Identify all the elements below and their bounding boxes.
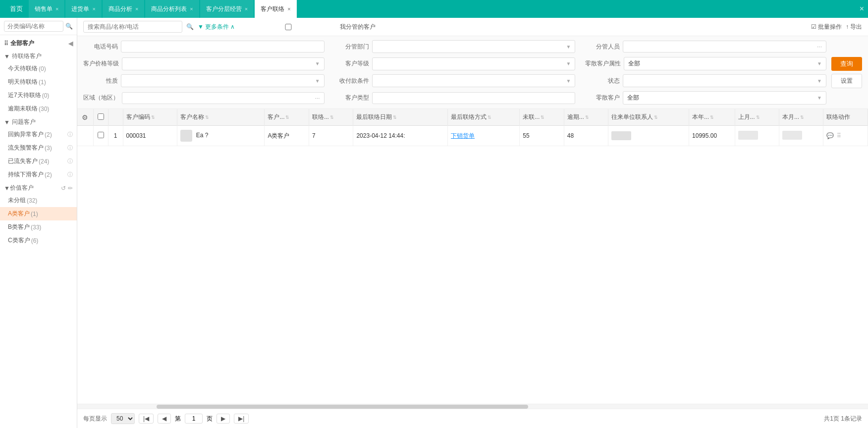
sort-icon-last-method[interactable]: ⇅ (488, 115, 491, 120)
first-page-btn[interactable]: |◀ (139, 414, 154, 424)
nav-tab-customer-contact[interactable]: 客户联络 × (255, 0, 296, 18)
sidebar-item-churn-warning[interactable]: 流失预警客户 (3) ⓘ (0, 141, 77, 155)
sidebar-item-unclassified[interactable]: 未分组 (32) (0, 194, 77, 207)
sidebar-search-input[interactable] (4, 21, 63, 32)
dept-select[interactable]: ▼ (372, 40, 576, 53)
top-nav: 首页 销售单 × 进货单 × 商品分析 × 商品分析列表 × 客户分层经营 × … (0, 0, 868, 18)
th-code: 客户编码 ⇅ (123, 109, 177, 126)
scatter-attr-select[interactable]: 全部 ▼ (624, 57, 826, 70)
sort-icon-unit-contacts[interactable]: ⇅ (654, 115, 658, 120)
nav-home[interactable]: 首页 (4, 0, 29, 18)
info-icon-3: ⓘ (67, 158, 73, 165)
customer-level-caret: ▼ (566, 61, 571, 66)
horizontal-scrollbar[interactable] (77, 404, 868, 409)
close-sales-tab[interactable]: × (55, 6, 58, 12)
search-filter-icon[interactable]: 🔍 (186, 23, 194, 30)
qr-icon[interactable]: ⠿ (837, 132, 841, 139)
nav-tab-sales[interactable]: 销售单 × (29, 0, 64, 18)
sidebar-item-churned[interactable]: 已流失客户 (24) ⓘ (0, 155, 77, 168)
close-contact-tab[interactable]: × (287, 6, 290, 12)
sort-icon-contacts[interactable]: ⇅ (330, 115, 334, 120)
close-analysis-list-tab[interactable]: × (190, 6, 193, 12)
pending-arrow: ▼ (4, 53, 10, 60)
close-analysis-tab[interactable]: × (135, 6, 138, 12)
total-records-label: 共1页 1条记录 (824, 415, 862, 423)
sort-icon-uncontacted[interactable]: ⇅ (541, 115, 544, 120)
page-number-input[interactable]: 1 (185, 414, 203, 424)
th-checkbox (93, 109, 108, 126)
sort-icon-overdue[interactable]: ⇅ (585, 115, 589, 120)
nav-tab-customer-segment[interactable]: 客户分层经营 × (200, 0, 254, 18)
td-index: 1 (108, 126, 123, 146)
sidebar-item-b-class[interactable]: B类客户 (33) (0, 220, 77, 234)
th-category: 客户... ⇅ (265, 109, 309, 126)
close-purchase-tab[interactable]: × (92, 6, 95, 12)
status-select[interactable]: ▼ (623, 74, 826, 87)
dept-label: 分管部门 (334, 43, 369, 51)
th-contacts: 联络... ⇅ (309, 109, 353, 126)
scatter-select[interactable]: 全部 ▼ (623, 91, 826, 105)
next-page-btn[interactable]: ▶ (217, 414, 230, 424)
more-filter-btn[interactable]: ▼ 更多条件 ∧ (198, 23, 235, 31)
table-settings-icon[interactable]: ⚙ (82, 113, 88, 121)
chat-icon[interactable]: 💬 (826, 132, 834, 139)
filter-cell-phone: 电话号码 (83, 41, 325, 53)
nature-label: 性质 (83, 77, 118, 85)
manager-input[interactable]: ··· (623, 41, 826, 53)
sidebar-item-c-class[interactable]: C类客户 (6) (0, 234, 77, 247)
phone-input[interactable] (121, 41, 325, 53)
region-input[interactable]: ··· (122, 92, 325, 104)
payment-select[interactable]: ▼ (372, 74, 576, 87)
query-button[interactable]: 查询 (831, 57, 862, 71)
search-input[interactable] (83, 21, 182, 33)
th-code-label: 客户编码 (126, 113, 150, 121)
per-page-label: 每页显示 (83, 415, 107, 423)
prev-page-btn[interactable]: ◀ (158, 414, 171, 424)
sort-icon-category[interactable]: ⇅ (285, 115, 289, 120)
window-close-button[interactable]: × (860, 4, 864, 13)
customer-type-input[interactable] (372, 92, 576, 104)
sidebar-search-icon[interactable]: 🔍 (65, 23, 73, 30)
edit-icon[interactable]: ✏ (68, 185, 73, 192)
sidebar-item-today[interactable]: 今天待联络 (0) (0, 62, 77, 75)
customer-level-select[interactable]: ▼ (372, 57, 576, 70)
nav-tab-purchase[interactable]: 进货单 × (65, 0, 101, 18)
region-dots: ··· (315, 95, 320, 102)
price-level-select[interactable]: ▼ (122, 57, 325, 70)
sort-icon-last-date[interactable]: ⇅ (393, 115, 397, 120)
sidebar-item-tomorrow[interactable]: 明天待联络 (1) (0, 75, 77, 89)
sort-icon-name[interactable]: ⇅ (205, 115, 209, 120)
sidebar-item-7days[interactable]: 近7天待联络 (0) (0, 89, 77, 102)
th-last-month-label: 上月... (738, 113, 755, 121)
scatter-attr-label: 零散客户属性 (585, 59, 621, 68)
last-page-btn[interactable]: ▶| (234, 414, 249, 424)
nav-tab-analysis[interactable]: 商品分析 × (103, 0, 144, 18)
sidebar-item-declining[interactable]: 持续下滑客户 (2) ⓘ (0, 168, 77, 181)
settings-button[interactable]: 设置 (831, 74, 862, 88)
refresh-icon[interactable]: ↺ (61, 185, 66, 192)
payment-caret: ▼ (566, 78, 571, 84)
row-checkbox[interactable] (98, 132, 104, 138)
sidebar-collapse-icon[interactable]: ◀ (68, 40, 73, 47)
nature-select[interactable]: ▼ (121, 74, 325, 87)
my-customer-checkbox[interactable] (239, 24, 338, 30)
select-all-checkbox[interactable] (98, 113, 104, 120)
td-last-month (735, 126, 779, 146)
per-page-select[interactable]: 50 (111, 413, 135, 424)
sidebar-item-a-class[interactable]: A类客户 (1) (0, 207, 77, 220)
info-icon-1: ⓘ (67, 131, 73, 138)
last-method-link[interactable]: 下销货单 (451, 132, 475, 139)
pagination-bar: 每页显示 50 |◀ ◀ 第 1 页 ▶ ▶| 共1页 1条记录 (77, 409, 868, 428)
sidebar-item-overdue[interactable]: 逾期未联络 (30) (0, 102, 77, 115)
sort-icon-last-month[interactable]: ⇅ (756, 115, 760, 120)
batch-action-btn[interactable]: ☑ 批量操作 (811, 23, 842, 31)
sort-icon-this-month[interactable]: ⇅ (800, 115, 804, 120)
sort-icon-this-year[interactable]: ⇅ (710, 115, 714, 120)
sidebar-item-repurchase-abnormal[interactable]: 回购异常客户 (2) ⓘ (0, 128, 77, 141)
scrollbar-thumb[interactable] (157, 405, 528, 409)
export-btn[interactable]: ↑ 导出 (846, 23, 862, 31)
nav-tab-analysis-list[interactable]: 商品分析列表 × (145, 0, 199, 18)
sidebar: 🔍 ⠿ 全部客户 ◀ ▼ 待联络客户 今天待联络 (0) 明天待联络 (1) 近… (0, 18, 77, 428)
close-segment-tab[interactable]: × (245, 6, 248, 12)
sort-icon-code[interactable]: ⇅ (151, 115, 155, 120)
